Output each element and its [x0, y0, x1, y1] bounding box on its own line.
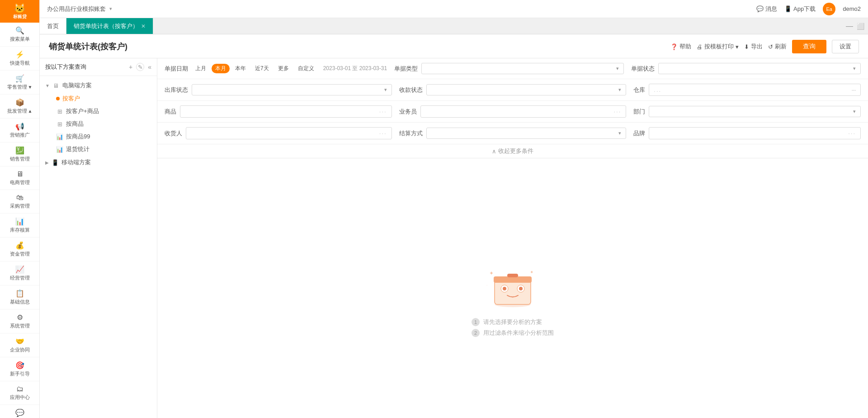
settings-button[interactable]: 设置 [832, 40, 859, 53]
tree-item-by-goods-99[interactable]: 📊 按商品99 [51, 130, 157, 143]
date-range-display: 2023-03-01 至 2023-03-31 [323, 65, 387, 72]
refresh-btn[interactable]: ↺ 刷新 [768, 43, 787, 51]
tip2-num: 2 [472, 329, 480, 337]
date-tab-custom[interactable]: 自定义 [294, 64, 318, 73]
bar-icon-2: 📊 [56, 146, 63, 153]
sidebar-item-wechat[interactable]: 💬 企业微信 [0, 405, 40, 418]
sidebar-item-retail[interactable]: 🛒 零售管理 ▼ [0, 71, 40, 95]
status-select[interactable]: ▾ [658, 63, 861, 74]
receive-status-select[interactable]: ▾ [426, 84, 627, 95]
status-filter: 单据状态 ▾ [631, 63, 861, 74]
sidebar-item-ecommerce[interactable]: 🖥 电商管理 [0, 166, 40, 190]
out-status-label: 出库状态 [165, 86, 188, 94]
search-menu-icon: 🔍 [15, 26, 24, 35]
query-button[interactable]: 查询 [792, 40, 826, 53]
sidebar-item-quick-nav[interactable]: ⚡ 快捷导航 [0, 47, 40, 71]
status-dropdown-icon: ▾ [853, 66, 856, 71]
tab-expand-icon[interactable]: ⬜ [857, 23, 864, 30]
sidebar-item-search-menu[interactable]: 🔍 搜索菜单 [0, 23, 40, 47]
sidebar-item-basic[interactable]: 📋 基础信息 [0, 285, 40, 309]
staff-select[interactable]: ··· [420, 105, 627, 118]
warehouse-filter: 仓库 ... ··· [633, 84, 861, 96]
brand-select[interactable]: ··· [649, 127, 861, 139]
retail-icon: 🛒 [15, 74, 24, 83]
sidebar-item-finance[interactable]: 💰 资金管理 [0, 238, 40, 261]
receiver-select[interactable]: ··· [186, 127, 392, 139]
sidebar-item-operation[interactable]: 📈 经营管理 [0, 261, 40, 285]
warehouse-label: 仓库 [633, 86, 645, 94]
app-download-btn[interactable]: 📱 App下载 [784, 5, 816, 13]
sidebar-item-system[interactable]: ⚙ 系统管理 [0, 309, 40, 333]
tree-desktop-children: 按客户 ⊞ 按客户+商品 ⊞ 按商品 📊 按商品99 [40, 92, 157, 156]
sidebar-item-apps[interactable]: 🗂 应用中心 [0, 381, 40, 405]
user-avatar[interactable]: Ea [823, 3, 835, 15]
sidebar-item-label: 基础信息 [10, 299, 30, 305]
industry-label: 办公用品行业模拟账套 [47, 5, 106, 13]
receive-status-label: 收款状态 [399, 86, 423, 94]
sidebar-item-corp[interactable]: 🤝 企业协同 [0, 333, 40, 357]
out-status-dropdown-icon: ▾ [384, 87, 387, 93]
collapse-button[interactable]: ∧ 收起更多条件 [485, 144, 541, 158]
svg-text:✦: ✦ [530, 270, 533, 275]
sidebar-item-label: 系统管理 [10, 323, 30, 329]
collapse-label: 收起更多条件 [498, 147, 533, 155]
tree-item-return-stat[interactable]: 📊 退货统计 [51, 143, 157, 156]
sidebar-item-newbie[interactable]: 🎯 新手引导 [0, 357, 40, 381]
tree-item-by-customer-goods[interactable]: ⊞ 按客户+商品 [51, 105, 157, 118]
type-select[interactable]: ▾ [421, 63, 624, 74]
logo-icon: 🐱 [14, 3, 25, 14]
sidebar-item-purchase[interactable]: 🛍 采购管理 [0, 190, 40, 214]
add-scheme-icon[interactable]: + [129, 63, 132, 71]
operation-icon: 📈 [15, 265, 24, 274]
date-tab-more[interactable]: 更多 [274, 64, 292, 73]
goods-select[interactable]: ··· [180, 105, 392, 118]
tree-desktop-section[interactable]: ▼ 🖥 电脑端方案 [40, 79, 157, 92]
tree-mobile-section[interactable]: ▶ 📱 移动端方案 [40, 156, 157, 169]
robot-illustration: ✦ ✦ · [481, 255, 544, 309]
tree-item-label: 按商品 [66, 120, 151, 128]
date-tab-last-month[interactable]: 上月 [192, 64, 210, 73]
date-tab-7days[interactable]: 近7天 [251, 64, 273, 73]
message-btn[interactable]: 💬 消息 [756, 5, 777, 13]
tab-close-icon[interactable]: ✕ [141, 23, 146, 29]
tab-sales-stat[interactable]: 销货单统计表（按客户） ✕ [66, 18, 153, 34]
tab-minimize-icon[interactable]: — [846, 22, 853, 30]
tree-item-by-goods[interactable]: ⊞ 按商品 [51, 118, 157, 130]
filter-row-3: 商品 ··· 业务员 ··· [157, 101, 868, 123]
sidebar-item-sales[interactable]: 💹 销售管理 [0, 142, 40, 166]
tree-item-by-customer[interactable]: 按客户 [51, 92, 157, 105]
edit-scheme-icon[interactable]: ✎ [136, 63, 144, 71]
date-filter: 单据日期 上月 本月 本年 近7天 更多 自定义 2023-03-01 至 20… [165, 64, 387, 73]
date-tab-this-month[interactable]: 本月 [212, 64, 230, 73]
date-tab-this-year[interactable]: 本年 [231, 64, 250, 73]
tab-home[interactable]: 首页 [40, 18, 66, 34]
sidebar-item-inventory[interactable]: 📊 库存核算 [0, 214, 40, 238]
goods-dots: ··· [379, 108, 387, 115]
dept-dropdown-icon: ▾ [853, 109, 856, 114]
export-btn[interactable]: ⬇ 导出 [744, 43, 763, 51]
help-btn[interactable]: ❓ 帮助 [670, 43, 691, 51]
warehouse-select[interactable]: ... ··· [649, 84, 861, 96]
brand-filter: 品牌 ··· [633, 127, 861, 139]
receiver-dots: ··· [379, 130, 387, 137]
print-btn[interactable]: 🖨 按模板打印 ▾ [697, 43, 739, 51]
tree-collapse-icon: ▶ [45, 160, 49, 165]
industry-dropdown-icon[interactable]: ▾ [109, 6, 112, 12]
sidebar-item-label: 搜索菜单 [10, 36, 30, 43]
sidebar-item-label: 应用中心 [10, 394, 30, 401]
sidebar-item-wholesale[interactable]: 📦 批发管理 ▲ [0, 95, 40, 119]
tree-item-label: 按客户 [62, 95, 151, 103]
svg-rect-3 [507, 274, 518, 277]
out-status-select[interactable]: ▾ [192, 84, 392, 95]
filter-row-4: 收货人 ··· 结算方式 ▾ [157, 123, 868, 144]
dept-select[interactable]: ▾ [649, 106, 861, 117]
sidebar-item-marketing[interactable]: 📢 营销推广 [0, 119, 40, 142]
left-panel-header: 按以下方案查询 + ✎ « [40, 58, 157, 76]
home-tab-label: 首页 [47, 22, 59, 30]
settlement-select[interactable]: ▾ [426, 128, 627, 139]
desktop-icon: 🖥 [52, 82, 60, 89]
collapse-panel-icon[interactable]: « [148, 63, 151, 71]
receiver-label: 收货人 [165, 129, 182, 138]
svg-rect-2 [494, 276, 532, 283]
export-icon: ⬇ [744, 43, 749, 50]
